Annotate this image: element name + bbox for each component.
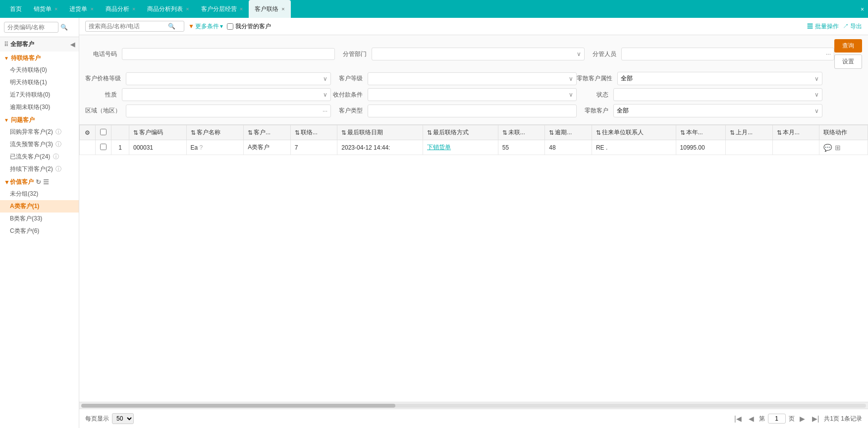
close-product-list-tab[interactable]: × <box>186 6 189 12</box>
sidebar-search-icon[interactable]: 🔍 <box>60 24 68 31</box>
export-btn[interactable]: ↗ 导出 <box>843 22 862 31</box>
batch-ops-btn[interactable]: ☰ 批量操作 <box>807 22 838 31</box>
person-dots-icon: ··· <box>826 51 831 57</box>
price-level-label: 客户价格等级 <box>85 74 124 83</box>
row-message-icon[interactable]: 💬 <box>823 144 832 152</box>
nav-home[interactable]: 首页 <box>4 0 28 18</box>
col-this-month[interactable]: ⇅ 本月... <box>772 125 819 140</box>
sidebar-item-overdue[interactable]: 逾期未联络(30) <box>0 101 79 113</box>
close-customer-tier-tab[interactable]: × <box>240 6 243 12</box>
nature-select[interactable]: ∨ <box>122 88 331 101</box>
sidebar-item-declining[interactable]: 持续下滑客户(2) ⓘ <box>0 163 79 175</box>
filter-price-level: 客户价格等级 ∨ <box>85 72 331 85</box>
row-checkbox[interactable] <box>100 144 107 150</box>
dept-select[interactable]: ∨ <box>372 48 585 60</box>
filter-zero-attr: 零散客户属性 全部 ∨ <box>577 72 822 85</box>
nav-sales[interactable]: 销货单 × <box>28 0 63 18</box>
col-last-method[interactable]: ⇅ 最后联络方式 <box>423 125 498 140</box>
setting-button[interactable]: 设置 <box>834 54 862 69</box>
horizontal-scrollbar[interactable] <box>79 402 868 409</box>
first-page-btn[interactable]: |◀ <box>732 414 744 424</box>
col-name[interactable]: ⇅ 客户名称 <box>186 125 244 140</box>
col-last-month[interactable]: ⇅ 上月... <box>726 125 773 140</box>
filter-search-input[interactable] <box>89 23 168 30</box>
page-input[interactable] <box>768 414 786 424</box>
value-group-settings-icon[interactable]: ☰ <box>43 178 49 186</box>
col-contacts[interactable]: ⇅ 联络... <box>290 125 337 140</box>
close-customer-contact-tab[interactable]: × <box>281 6 284 12</box>
nav-customer-contact[interactable]: 客户联络 × <box>249 0 290 18</box>
nav-product-list[interactable]: 商品分析列表 × <box>141 0 195 18</box>
filter-search-box[interactable]: 🔍 <box>85 21 184 32</box>
more-conditions-btn[interactable]: ▼ 更多条件 ▾ <box>188 22 223 31</box>
zero-customer-select[interactable]: 全部 ∨ <box>613 104 822 117</box>
row-this-month-cell <box>772 140 819 155</box>
sidebar-item-a-class[interactable]: A类客户(1) <box>0 200 79 213</box>
row-check-cell[interactable] <box>96 140 111 155</box>
close-all-tabs[interactable]: × <box>861 4 864 13</box>
sidebar-item-repurchase-abnormal[interactable]: 回购异常客户(2) ⓘ <box>0 126 79 138</box>
col-this-year[interactable]: ⇅ 本年... <box>676 125 726 140</box>
person-select[interactable]: ··· <box>621 48 834 60</box>
sidebar-item-c-class[interactable]: C类客户(6) <box>0 225 79 237</box>
nav-product-analysis[interactable]: 商品分析 × <box>100 0 141 18</box>
nav-purchase[interactable]: 进货单 × <box>63 0 99 18</box>
filter-icon: ▼ <box>188 23 194 30</box>
sidebar-item-b-class[interactable]: B类客户(33) <box>0 213 79 225</box>
my-customers-checkbox[interactable]: 我分管的客户 <box>227 22 271 31</box>
sidebar-item-7days[interactable]: 近7天待联络(0) <box>0 89 79 101</box>
close-sales-tab[interactable]: × <box>54 6 57 12</box>
value-tri-icon: ▼ <box>4 179 10 186</box>
region-label: 区域（地区） <box>85 107 124 115</box>
sidebar-search-input[interactable] <box>4 22 58 33</box>
zero-attr-select[interactable]: 全部 ∨ <box>617 72 822 85</box>
col-type[interactable]: ⇅ 客户... <box>244 125 291 140</box>
col-last-date[interactable]: ⇅ 最后联络日期 <box>337 125 423 140</box>
last-contact-method-link[interactable]: 下销货单 <box>427 144 451 151</box>
payment-select[interactable]: ∨ <box>368 88 577 101</box>
info-icon-2: ⓘ <box>53 153 59 160</box>
sidebar-item-today[interactable]: 今天待联络(0) <box>0 64 79 76</box>
prev-page-btn[interactable]: ◀ <box>747 414 756 424</box>
value-group-refresh-icon[interactable]: ↻ <box>36 178 41 186</box>
col-last-month-sort-icon: ⇅ <box>730 129 735 136</box>
col-gear[interactable]: ⚙ <box>80 125 96 140</box>
sidebar-item-lost[interactable]: 已流失客户(24) ⓘ <box>0 151 79 163</box>
next-page-btn[interactable]: ▶ <box>798 414 807 424</box>
sidebar-item-lost-warning[interactable]: 流失预警客户(3) ⓘ <box>0 138 79 151</box>
col-unit-contact[interactable]: ⇅ 往来单位联系人 <box>592 125 676 140</box>
all-customers-header[interactable]: ⠿ 全部客户 ◀ <box>0 37 79 52</box>
sidebar-item-tomorrow[interactable]: 明天待联络(1) <box>0 76 79 89</box>
sidebar-item-ungrouped[interactable]: 未分组(32) <box>0 188 79 200</box>
filter-search-icon[interactable]: 🔍 <box>168 23 175 30</box>
phone-input[interactable] <box>122 48 335 60</box>
region-select[interactable]: ··· <box>126 105 331 117</box>
gear-icon[interactable]: ⚙ <box>85 129 90 136</box>
my-customers-check[interactable] <box>227 23 233 30</box>
col-check[interactable] <box>96 125 111 140</box>
row-qr-icon[interactable]: ⊞ <box>835 144 841 152</box>
price-level-select[interactable]: ∨ <box>126 72 331 85</box>
customer-level-chevron-icon: ∨ <box>569 75 573 82</box>
collapse-icon[interactable]: ◀ <box>70 41 75 48</box>
last-page-btn[interactable]: ▶| <box>810 414 821 424</box>
status-select[interactable]: ∨ <box>613 88 822 101</box>
col-no-contact[interactable]: ⇅ 未联... <box>498 125 545 140</box>
customer-type-select[interactable] <box>368 105 577 117</box>
nav-customer-tier[interactable]: 客户分层经营 × <box>195 0 249 18</box>
query-button[interactable]: 查询 <box>834 39 862 53</box>
col-overdue[interactable]: ⇅ 逾期... <box>545 125 592 140</box>
per-page-select[interactable]: 50 <box>112 413 134 424</box>
customer-level-select[interactable]: ∨ <box>368 72 577 85</box>
filter-row-4: 区域（地区） ··· 客户类型 零散客户 全部 ∨ <box>85 104 862 117</box>
page-label: 第 <box>759 415 765 423</box>
select-all-checkbox[interactable] <box>100 129 107 135</box>
filter-phone: 电话号码 <box>85 48 335 60</box>
scrollbar-thumb[interactable] <box>81 404 395 408</box>
zero-attr-label: 零散客户属性 <box>577 74 615 83</box>
col-code[interactable]: ⇅ 客户编码 <box>129 125 187 140</box>
close-purchase-tab[interactable]: × <box>90 6 93 12</box>
main-layout: 🔍 ⠿ 全部客户 ◀ ▼ 待联络客户 今天待联络(0) 明天待联络(1) 近7天… <box>0 18 868 428</box>
row-last-month-cell <box>726 140 773 155</box>
close-product-analysis-tab[interactable]: × <box>132 6 135 12</box>
